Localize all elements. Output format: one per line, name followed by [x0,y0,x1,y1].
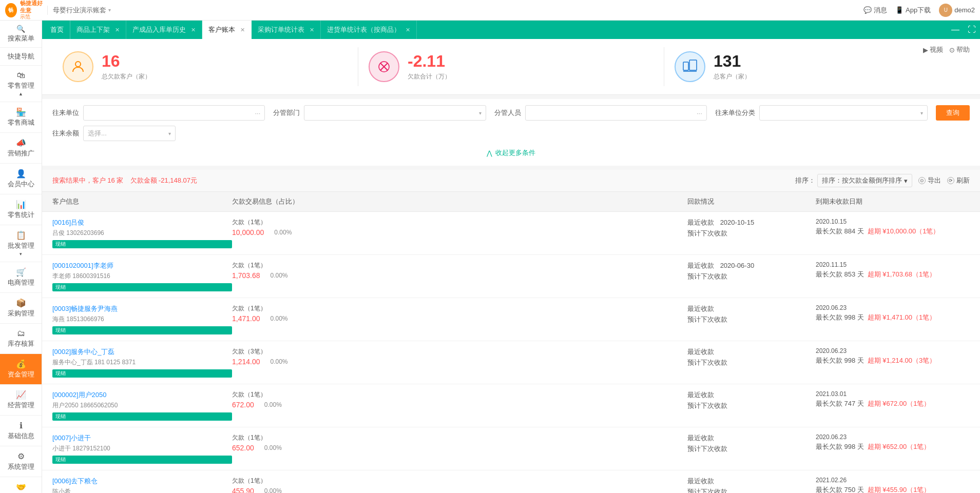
sidebar-item-retail-mgmt-label: 零售管理 [8,81,34,90]
customer-phone-0: 吕俊 13026203696 [52,229,232,238]
sidebar-item-inventory[interactable]: 🗂 库存核算 [0,324,42,354]
sidebar-item-finance[interactable]: 💰 资金管理 [0,354,42,385]
debt-count-4: 欠款（1笔） [232,390,266,399]
next-payment-label-4: 预计下次收款 [687,402,727,409]
sidebar-item-system[interactable]: ⚙ 系统管理 [0,446,42,477]
refresh-btn[interactable]: ⟳ 刷新 [947,176,970,185]
debt-info-2: 欠款（1笔） 1,471.00 0.00% [232,304,687,334]
unit-class-select[interactable]: ▾ [759,105,928,121]
customer-name-1[interactable]: [0001020001]李老师 [52,261,232,270]
due-info-3: 2020.06.23 最长欠款 998 天 超期 ¥1,214.00（3笔） [816,347,970,378]
tab-product-history-close[interactable]: ✕ [191,27,196,33]
customer-name-0[interactable]: [0016]吕俊 [52,218,232,227]
result-debt-amount: -21,148.07元 [159,176,197,184]
overdue-days-6: 最长欠款 750 天 [816,486,864,493]
sort-arrow-icon: ▾ [904,177,908,185]
last-payment-1: 最近收款 2020-06-30 [687,261,816,270]
retail-mall-icon: 🏪 [16,107,26,117]
debt-ratio-6: 0.00% [264,487,282,493]
ecommerce-icon: 🛒 [16,267,26,277]
debt-amount-6: 455.90 [232,487,254,493]
overdue-days-2: 最长欠款 998 天 [816,313,864,321]
tab-product-history[interactable]: 产成品入库单历史 ✕ [126,21,202,39]
sort-dropdown[interactable]: 排序：按欠款金额倒序排序 ▾ [817,174,912,187]
tab-product-off-close[interactable]: ✕ [115,27,120,33]
result-prefix: 搜索结果中，客户 [52,176,106,184]
unit-class-label: 往来单位分类 [715,108,755,117]
industry-name: 母婴行业演示账套 [53,6,106,15]
overdue-link-3[interactable]: 超期 ¥1,214.00（3笔） [868,357,936,364]
overdue-link-5[interactable]: 超期 ¥652.00（1笔） [868,443,931,450]
tab-customer-account-close[interactable]: ✕ [240,27,245,33]
sidebar-item-retail-stats[interactable]: 📊 零售统计 [0,194,42,225]
customer-name-5[interactable]: [0007]小进干 [52,433,232,443]
tab-purchase-summary-close[interactable]: ✕ [406,27,410,33]
sidebar-item-retail-mgmt[interactable]: 🛍 零售管理 ▲ [0,66,42,102]
search-button[interactable]: 查询 [936,105,970,121]
source-unit-input[interactable]: ··· [83,105,265,121]
balance-select[interactable]: 选择... ▾ [83,126,176,141]
due-overdue-2: 最长欠款 998 天 超期 ¥1,471.00（1笔） [816,313,970,322]
manager-input[interactable]: ··· [525,105,707,121]
sidebar-item-marketing[interactable]: 📣 营销推广 [0,133,42,164]
sidebar-item-member[interactable]: 👤 会员中心 [0,164,42,194]
page-content: ▶ 视频 ⊙ 帮助 [42,39,980,493]
debt-row-0: 欠款（1笔） [232,218,687,227]
tab-purchase-stats[interactable]: 采购订单统计表 ✕ [252,21,321,39]
tab-customer-account[interactable]: 客户账本 ✕ [202,21,252,39]
customer-name-6[interactable]: [0006]去下粮仓 [52,477,232,486]
app-subtitle: 示范 [20,14,47,20]
dept-select[interactable]: ▾ [304,105,486,121]
debt-info-4: 欠款（1笔） 672.00 0.00% [232,390,687,421]
last-payment-label-0: 最近收款 [687,219,714,226]
sidebar-item-member-label: 会员中心 [8,180,34,189]
tab-purchase-summary[interactable]: 进货单统计表（按商品） ✕ [321,21,417,39]
overdue-link-4[interactable]: 超期 ¥672.00（1笔） [868,400,931,407]
customer-name-2[interactable]: [0003]畅捷服务尹海燕 [52,304,232,313]
quick-nav[interactable]: 快捷导航 [0,48,42,66]
sidebar-search[interactable]: 🔍 搜索菜单 [0,21,42,48]
overdue-link-0[interactable]: 超期 ¥10,000.00（1笔） [868,227,940,235]
sidebar-item-retail-mall[interactable]: 🏪 零售商城 [0,102,42,133]
sidebar-item-batch-mgmt[interactable]: 📋 批发管理 ▾ [0,225,42,262]
tab-purchase-stats-close[interactable]: ✕ [310,27,314,33]
overdue-link-1[interactable]: 超期 ¥1,703.68（1笔） [868,270,936,278]
export-btn[interactable]: ⊙ 导出 [918,176,941,185]
tab-home[interactable]: 首页 [44,21,70,39]
result-actions: 排序： 排序：按欠款金额倒序排序 ▾ ⊙ 导出 ⟳ 刷新 [795,174,970,187]
debt-amount-label: 欠款合计（万） [408,72,451,81]
member-icon: 👤 [16,169,26,179]
tab-purchase-stats-label: 采购订单统计表 [258,25,304,34]
customer-name-4[interactable]: [000002]用户2050 [52,390,232,400]
sidebar-item-basic-info[interactable]: ℹ 基础信息 [0,416,42,446]
customer-info-0: [0016]吕俊 吕俊 13026203696 现销 [52,218,232,248]
debt-count-5: 欠款（1笔） [232,433,266,442]
sidebar-item-operations[interactable]: 📈 经营管理 [0,385,42,416]
debt-amount-row-5: 652.00 0.00% [232,444,687,452]
overdue-link-2[interactable]: 超期 ¥1,471.00（1笔） [868,313,936,321]
last-payment-label-3: 最近收款 [687,348,714,356]
customer-info-4: [000002]用户2050 用户2050 18665062050 现销 [52,390,232,421]
sidebar-item-purchase[interactable]: 📦 采购管理 [0,293,42,324]
tab-bar-actions: — ⛶ [949,23,978,36]
next-payment-4: 预计下次收款 [687,401,816,410]
app-download-btn[interactable]: 📱 App下载 [895,6,931,15]
tab-minimize-btn[interactable]: — [949,23,962,36]
message-btn[interactable]: 💬 消息 [863,6,887,15]
sidebar-item-ecommerce[interactable]: 🛒 电商管理 [0,262,42,293]
user-menu[interactable]: U demo2 [939,4,975,17]
tab-maximize-btn[interactable]: ⛶ [966,23,978,36]
filter-manager: 分管人员 ··· [494,105,707,121]
tab-product-off[interactable]: 商品上下架 ✕ [70,21,126,39]
customer-name-3[interactable]: [0002]服务中心_丁磊 [52,347,232,357]
dropdown-arrow-icon: ▾ [108,7,111,13]
overdue-link-6[interactable]: 超期 ¥455.90（1笔） [868,486,931,493]
customer-phone-6: 陈小希 [52,487,232,493]
stat-card-total-customers: 131 总客户（家） [664,47,970,86]
debt-customers-label: 总欠款客户（家） [102,72,151,81]
collapse-row[interactable]: ⋀ 收起更多条件 [52,146,970,160]
sidebar-item-purchase-label: 采购管理 [8,309,34,318]
sidebar-item-enterprise[interactable]: 🤝 企业协同 [0,477,42,493]
debt-amount-0: 10,000.00 [232,228,264,236]
recovery-info-1: 最近收款 2020-06-30 预计下次收款 [687,261,816,291]
